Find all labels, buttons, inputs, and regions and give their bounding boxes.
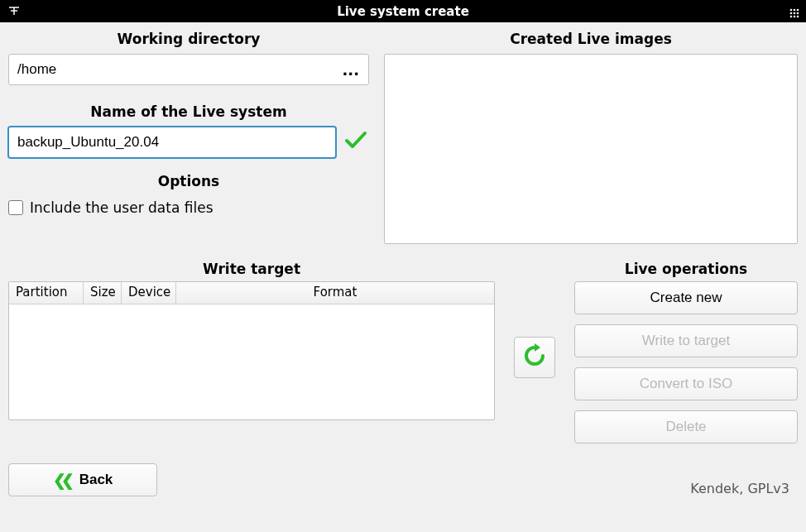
svg-point-10: [794, 16, 796, 18]
created-images-label: Created Live images: [384, 31, 798, 47]
working-directory-input[interactable]: [8, 54, 369, 85]
svg-point-6: [790, 12, 793, 15]
browse-directory-button[interactable]: ...: [342, 61, 359, 79]
live-name-label: Name of the Live system: [8, 103, 369, 120]
back-button-label: Back: [79, 472, 113, 488]
refresh-icon: [522, 343, 547, 371]
working-directory-label: Working directory: [8, 31, 369, 47]
convert-to-iso-button[interactable]: Convert to ISO: [574, 367, 798, 400]
col-format[interactable]: Format: [176, 282, 494, 304]
window-titlebar: Live system create: [0, 0, 806, 22]
keep-on-top-icon[interactable]: [8, 5, 20, 20]
write-to-target-button[interactable]: Write to target: [574, 324, 798, 357]
include-user-data-label: Include the user data files: [30, 199, 213, 216]
create-new-button[interactable]: Create new: [574, 281, 798, 314]
grid-menu-icon[interactable]: [789, 7, 799, 22]
table-header-row: Partition Size Device Format: [9, 282, 494, 304]
created-images-list[interactable]: [384, 54, 798, 244]
svg-point-5: [797, 9, 799, 12]
options-label: Options: [8, 173, 369, 189]
delete-button[interactable]: Delete: [574, 410, 798, 443]
window-title: Live system create: [337, 4, 469, 19]
write-target-label: Write target: [8, 261, 495, 277]
col-partition[interactable]: Partition: [9, 282, 84, 304]
svg-point-7: [794, 12, 796, 15]
refresh-button[interactable]: [514, 337, 555, 378]
include-user-data-checkbox[interactable]: [8, 200, 23, 215]
svg-point-3: [790, 9, 793, 12]
svg-point-11: [797, 16, 799, 18]
include-user-data-row[interactable]: Include the user data files: [8, 199, 369, 216]
write-target-table[interactable]: Partition Size Device Format: [8, 281, 495, 420]
live-name-input[interactable]: [8, 127, 336, 158]
col-device[interactable]: Device: [122, 282, 176, 304]
svg-point-8: [797, 12, 799, 15]
live-operations-label: Live operations: [574, 261, 798, 277]
valid-checkmark-icon: [343, 127, 369, 158]
credits-label: Kendek, GPLv3: [690, 481, 798, 496]
col-size[interactable]: Size: [84, 282, 122, 304]
svg-point-4: [794, 9, 796, 12]
back-button[interactable]: ❮❮ Back: [8, 463, 157, 496]
back-chevrons-icon: ❮❮: [53, 471, 70, 490]
svg-point-9: [790, 16, 793, 18]
